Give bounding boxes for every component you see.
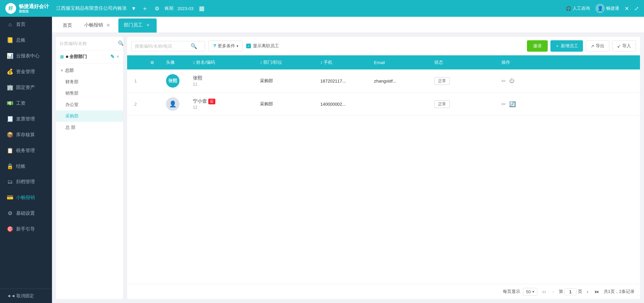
sidebar-item-guide[interactable]: 🎯 新手引导: [0, 221, 52, 237]
sidebar-item-inventory[interactable]: 📦 库存核算: [0, 127, 52, 143]
sidebar-label-archive: 归档管理: [16, 179, 35, 185]
emp-search-box: 🔍: [131, 41, 205, 51]
dept-child-sales[interactable]: 销售部: [56, 88, 123, 99]
sidebar-item-payroll[interactable]: 💵 工资: [0, 95, 52, 111]
invite-btn[interactable]: 邀请: [527, 40, 548, 52]
sidebar-label-reports: 云报表中心: [16, 53, 40, 59]
export-label: 导出: [596, 43, 604, 49]
tab-dept-employee-close[interactable]: ✕: [145, 22, 151, 29]
chevron-down-icon: ▼: [60, 68, 64, 72]
company-name[interactable]: 江西服宝精品有限责任公司内账张: [56, 5, 127, 11]
dept-collapse-icon[interactable]: «: [117, 54, 119, 60]
top-bar: 好 畅捷通好会计 旗舰版 江西服宝精品有限责任公司内账张 ▾ ＋ ⚙ 账期 20…: [0, 0, 644, 17]
tab-expense-close[interactable]: ✕: [105, 22, 112, 29]
window-expand-icon[interactable]: ⤢: [634, 5, 639, 12]
employee-table: ⚙ 头像 ↕ 姓名/编码 ↕ 部门/职位 ↕ 手机 Email 状态 操作: [127, 55, 640, 116]
tabs-bar: 首页 小畅报销 ✕ 部门员工 ✕: [52, 17, 644, 33]
emp-table: ⚙ 头像 ↕ 姓名/编码 ↕ 部门/职位 ↕ 手机 Email 状态 操作: [127, 55, 640, 284]
sidebar-label-invoice: 发票管理: [16, 116, 35, 122]
logo-text: 畅捷通好会计 旗舰版: [19, 3, 49, 13]
calendar-icon[interactable]: ▦: [198, 3, 206, 13]
plus-icon[interactable]: ＋: [141, 3, 149, 14]
sidebar-item-expense[interactable]: 💳 小畅报销: [0, 190, 52, 205]
delete-action-icon[interactable]: 🔄: [509, 101, 516, 107]
col-settings[interactable]: ⚙: [144, 55, 161, 69]
sidebar-item-capital[interactable]: 💰 资金管理: [0, 64, 52, 80]
all-dept-label[interactable]: ■ 全部部门: [66, 54, 87, 60]
more-filter-btn[interactable]: ⧩ 更多条件 ▾: [208, 41, 243, 51]
emp-search-input[interactable]: [135, 44, 189, 49]
cell-dept: 采购部: [255, 69, 315, 93]
sidebar: ⌂ 首页 📒 总账 📊 云报表中心 💰 资金管理 🏢 固定资产 💵 工资 🧾 发…: [0, 17, 52, 303]
close-expense-icon[interactable]: ✕: [106, 22, 110, 28]
cell-row-settings: [144, 69, 161, 93]
page-content: 🔍 ⊞ ■ 全部部门 ✎ « ▼ 总部: [52, 33, 644, 303]
sidebar-label-capital: 资金管理: [16, 69, 35, 75]
col-no: [127, 55, 144, 69]
edit-action-icon[interactable]: ✏: [501, 78, 506, 84]
close-period-icon: 🔒: [7, 163, 13, 169]
dept-search-input[interactable]: [59, 41, 116, 46]
col-name-code[interactable]: ↕ 姓名/编码: [187, 55, 255, 69]
dropdown-icon[interactable]: ▾: [131, 3, 137, 13]
dept-search-icon[interactable]: 🔍: [118, 40, 123, 47]
dept-child-purchase[interactable]: 采购部: [56, 110, 123, 122]
window-close-icon[interactable]: ✕: [625, 5, 629, 12]
sidebar-item-archive[interactable]: 🗂 归档管理: [0, 174, 52, 190]
service-btn[interactable]: 🎧 人工咨询: [566, 5, 590, 11]
grid-icon: ⊞: [60, 54, 64, 59]
col-phone[interactable]: ↕ 手机: [315, 55, 369, 69]
add-employee-btn[interactable]: ＋ 新增员工: [550, 40, 583, 52]
sidebar-item-reports[interactable]: 📊 云报表中心: [0, 48, 52, 64]
user-area[interactable]: 👤 畅捷通: [595, 4, 619, 13]
resigned-checkbox[interactable]: ✓: [246, 44, 251, 48]
sidebar-label-home: 首页: [16, 21, 25, 28]
per-page-select[interactable]: 50 ▾: [523, 288, 537, 296]
show-resigned-toggle[interactable]: ✓ 显示离职员工: [246, 43, 279, 49]
import-label: 导入: [622, 43, 631, 49]
tab-home[interactable]: 首页: [57, 19, 77, 33]
logo-main-text: 畅捷通好会计: [19, 3, 49, 9]
emp-search-icon[interactable]: 🔍: [191, 43, 197, 49]
sidebar-label-ledger: 总账: [16, 37, 25, 43]
dept-tree: ▼ 总部 财务部 销售部 办公室 采购部 总 部: [56, 63, 123, 299]
status-badge: 正常: [434, 77, 450, 85]
dept-child-hq2[interactable]: 总 部: [56, 122, 123, 133]
last-page-btn[interactable]: ⏭: [593, 288, 601, 296]
sidebar-item-close[interactable]: 🔒 结账: [0, 158, 52, 174]
settings-icon[interactable]: ⚙: [153, 4, 161, 13]
page-nav: ⏮ ‹ 第 页 › ⏭: [540, 288, 601, 296]
logo-area: 好 畅捷通好会计 旗舰版: [5, 3, 52, 14]
dept-panel: 🔍 ⊞ ■ 全部部门 ✎ « ▼ 总部: [56, 37, 123, 299]
import-icon: ↙: [617, 44, 621, 49]
page-input[interactable]: [565, 288, 577, 295]
dept-child-finance[interactable]: 财务部: [56, 76, 123, 88]
import-btn[interactable]: ↙ 导入: [612, 40, 636, 52]
sidebar-label-inventory: 库存核算: [16, 132, 35, 138]
sidebar-item-settings[interactable]: ⚙ 基础设置: [0, 205, 52, 221]
unpin-sidebar-btn[interactable]: ◄◄ 取消固定: [0, 289, 52, 303]
sidebar-item-invoice[interactable]: 🧾 发票管理: [0, 111, 52, 127]
close-dept-employee-icon[interactable]: ✕: [146, 23, 150, 28]
user-name: 畅捷通: [606, 5, 619, 11]
sidebar-item-home[interactable]: ⌂ 首页: [0, 17, 52, 32]
edit-action-icon[interactable]: ✏: [501, 101, 506, 107]
export-btn[interactable]: ↗ 导出: [586, 40, 609, 52]
sidebar-item-tax[interactable]: 📋 税务管理: [0, 143, 52, 158]
avatar-placeholder: 👤: [166, 97, 179, 111]
sidebar-item-assets[interactable]: 🏢 固定资产: [0, 80, 52, 95]
sidebar-item-ledger[interactable]: 📒 总账: [0, 32, 52, 48]
next-page-btn[interactable]: ›: [584, 288, 592, 296]
dept-edit-icon[interactable]: ✎: [110, 54, 115, 60]
dept-parent-hq[interactable]: ▼ 总部: [56, 65, 123, 76]
dept-child-office[interactable]: 办公室: [56, 99, 123, 110]
tab-expense[interactable]: 小畅报销 ✕: [79, 18, 117, 33]
col-dept-position[interactable]: ↕ 部门/职位: [255, 55, 315, 69]
emp-toolbar: 🔍 ⧩ 更多条件 ▾ ✓ 显示离职员工 邀请 ＋: [127, 37, 640, 55]
period-value: 2023-03: [177, 6, 194, 11]
prev-page-btn[interactable]: ‹: [549, 288, 557, 296]
first-page-btn[interactable]: ⏮: [540, 288, 548, 296]
tab-dept-employee[interactable]: 部门员工 ✕: [118, 18, 157, 33]
logout-action-icon[interactable]: ⏻: [509, 78, 515, 84]
per-page-label: 每页显示: [503, 289, 520, 295]
